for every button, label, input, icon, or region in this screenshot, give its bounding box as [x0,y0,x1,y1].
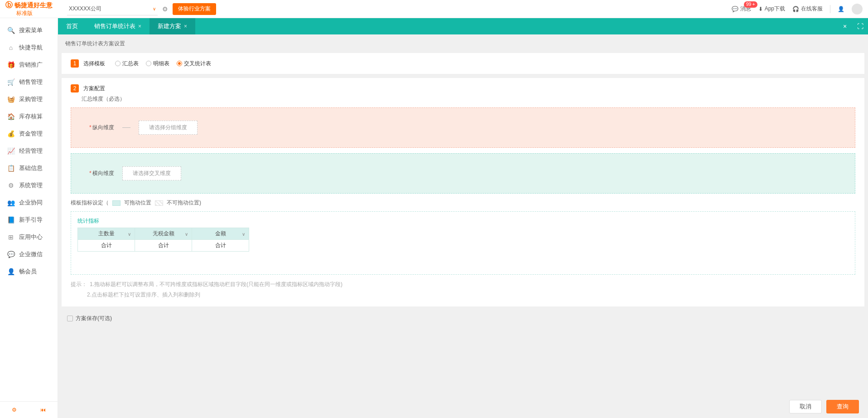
tab-label: 首页 [66,22,78,30]
vertical-dimension-select[interactable]: 请选择分组维度 [139,121,198,135]
template-radio-group: 汇总表 明细表 交叉统计表 [115,60,211,68]
messages-button[interactable]: 💬 消息 99 + [732,5,751,13]
sidebar-item-label: 快捷导航 [19,44,43,52]
col-label: 金额 [215,230,226,237]
sidebar-item-label: 系统管理 [19,181,43,190]
brand-sub: 标准版 [16,10,53,17]
tabbar: 首页 销售订单统计表× 新建方案× × ⛶ [58,18,868,34]
sidebar-settings-button[interactable]: ⚙ [0,402,29,418]
sidebar-item-label: 经营管理 [19,147,43,155]
legend-nodrag: 不可拖动位置) [167,199,201,207]
radio-icon [146,61,151,66]
save-plan-row: 方案保存(可选) [67,315,859,322]
legend-draggable: 可拖动位置 [124,199,151,207]
tab-home[interactable]: 首页 [58,18,86,34]
footer-bar: 取消 查询 [58,395,868,418]
table-cell: 合计 [78,240,135,252]
sidebar-item-member[interactable]: 👤畅会员 [0,263,58,280]
query-button[interactable]: 查询 [826,400,859,413]
sidebar-item-search[interactable]: 🔍搜索菜单 [0,22,58,39]
company-select[interactable]: ∨ [67,3,158,15]
radio-summary[interactable]: 汇总表 [115,60,139,68]
company-input[interactable] [69,5,150,12]
save-plan-checkbox[interactable] [67,316,73,321]
indicator-col-qty[interactable]: 主数量∨ [78,228,135,240]
sidebar-item-quicknav[interactable]: ⌂快捷导航 [0,39,58,56]
horizontal-dimension-box: *横向维度 请选择交叉维度 [71,153,855,194]
tab-label: 销售订单统计表 [94,22,135,30]
save-plan-label: 方案保存(可选) [76,315,112,322]
radio-detail[interactable]: 明细表 [146,60,169,68]
sidebar-item-label: 企业协同 [19,199,43,207]
search-icon: 🔍 [7,27,14,34]
step2-label: 方案配置 [83,85,105,92]
horizontal-label: *横向维度 [89,170,114,177]
sidebar-item-system[interactable]: ⚙系统管理 [0,177,58,194]
step-number-2: 2 [71,84,79,92]
top-actions: 💬 消息 99 + ⬇ App下载 🎧 在线客服 👤 [732,4,863,15]
download-label: App下载 [765,5,785,13]
sidebar-item-label: 库存核算 [19,112,43,121]
sidebar-item-basicinfo[interactable]: 📋基础信息 [0,160,58,177]
indicator-col-notax[interactable]: 无税金额∨ [135,228,192,240]
tabbar-fullscreen-button[interactable]: ⛶ [853,18,868,34]
sidebar-item-purchase[interactable]: 🧺采购管理 [0,91,58,108]
gear-icon: ⚙ [12,407,17,413]
sidebar-item-label: 资金管理 [19,130,43,138]
gift-icon: 🎁 [7,61,14,68]
sidebar-item-collab[interactable]: 👥企业协同 [0,194,58,211]
experience-plan-button[interactable]: 体验行业方案 [173,3,216,15]
support-label: 在线客服 [801,5,823,13]
sidebar-item-funds[interactable]: 💰资金管理 [0,125,58,142]
close-icon[interactable]: × [138,23,141,29]
support-button[interactable]: 🎧 在线客服 [792,5,823,13]
sidebar-collapse-button[interactable]: ⏮ [29,402,58,418]
user-icon[interactable]: 👤 [838,6,844,12]
divider [830,5,830,13]
radio-icon [177,61,182,66]
sidebar-item-label: 营销推广 [19,61,43,69]
avatar[interactable] [852,4,863,15]
page-title: 销售订单统计表方案设置 [58,34,868,53]
indicator-table: 主数量∨ 无税金额∨ 金额∨ 合计 合计 合计 [77,228,249,252]
sidebar-item-sales[interactable]: 🛒销售管理 [0,73,58,91]
sidebar-item-appcenter[interactable]: ⊞应用中心 [0,228,58,246]
cancel-button[interactable]: 取消 [789,400,822,413]
indicator-box: 统计指标 主数量∨ 无税金额∨ 金额∨ 合计 合计 合计 [71,211,855,275]
book-icon: 📘 [7,216,14,224]
tips: 提示：1.拖动标题栏可以调整布局，不可跨维度或指标区域拖动栏目字段(只能在同一维… [71,279,855,300]
chat-icon: 💬 [7,251,14,258]
chevron-down-icon: ∨ [128,231,131,236]
sidebar-item-marketing[interactable]: 🎁营销推广 [0,56,58,73]
gear-icon: ⚙ [7,182,14,189]
tabbar-close-button[interactable]: × [837,18,853,34]
bag-icon: 🧺 [7,96,14,103]
radio-label: 交叉统计表 [184,60,211,68]
home-icon: ⌂ [7,44,14,51]
sidebar-item-wechat[interactable]: 💬企业微信 [0,246,58,263]
app-download-button[interactable]: ⬇ App下载 [758,5,785,13]
cart-icon: 🛒 [7,78,14,86]
radio-cross[interactable]: 交叉统计表 [177,60,211,68]
sidebar-item-inventory[interactable]: 🏠库存核算 [0,108,58,125]
tab-new-plan[interactable]: 新建方案× [149,18,195,34]
gear-icon[interactable]: ⚙ [162,5,168,13]
step-number-1: 1 [71,59,79,68]
tab-report[interactable]: 销售订单统计表× [86,18,149,34]
headset-icon: 🎧 [792,6,799,12]
tips-label: 提示： [71,281,87,287]
indicator-col-amount[interactable]: 金额∨ [192,228,249,240]
topbar: ⓑ 畅捷通好生意 标准版 ∨ ⚙ 体验行业方案 💬 消息 99 + ⬇ App下… [0,0,868,18]
close-icon[interactable]: × [184,23,187,29]
sidebar-item-label: 应用中心 [19,233,43,241]
message-icon: 💬 [732,6,738,12]
download-icon: ⬇ [758,6,763,12]
vertical-dimension-box: *纵向维度 请选择分组维度 [71,107,855,148]
col-label: 无税金额 [153,230,174,237]
sidebar-item-guide[interactable]: 📘新手引导 [0,211,58,228]
indicator-legend: 模板指标设定（ 可拖动位置 不可拖动位置) [71,199,855,207]
horizontal-dimension-select[interactable]: 请选择交叉维度 [122,166,181,180]
money-icon: 💰 [7,130,14,137]
main: 首页 销售订单统计表× 新建方案× × ⛶ 销售订单统计表方案设置 1 选择模板… [58,18,868,418]
sidebar-item-operations[interactable]: 📈经营管理 [0,142,58,160]
